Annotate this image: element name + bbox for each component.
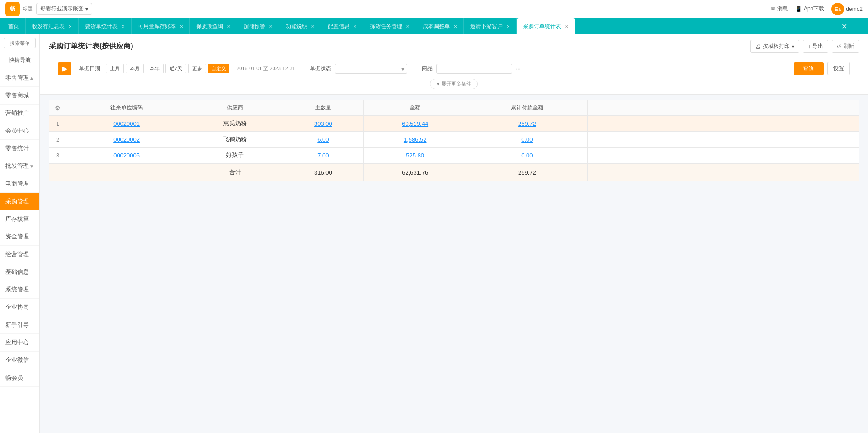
row-qty[interactable]: 6.00 [283, 132, 363, 148]
tab-expiry-query[interactable]: 保质期查询 ✕ [190, 18, 237, 34]
date-btn-this-year[interactable]: 本年 [146, 64, 164, 73]
footer-amount: 62,631.76 [363, 163, 467, 181]
settings-btn[interactable]: 设置 [827, 62, 850, 75]
sidebar-item-ecommerce[interactable]: 电商管理 [0, 175, 39, 193]
tab-label: 超储预警 [244, 23, 265, 30]
table-row[interactable]: 3 00020005 好孩子 7.00 525.80 0.00 [49, 148, 859, 164]
sidebar-item-retail-mgmt[interactable]: 零售管理 ▲ [0, 69, 39, 87]
sidebar-item-label: 企业协同 [5, 303, 29, 311]
sidebar-item-retail-stat[interactable]: 零售统计 [0, 140, 39, 157]
tab-config-info[interactable]: 配置信息 ✕ [321, 18, 363, 34]
search-input[interactable] [4, 38, 36, 48]
sidebar-item-finance-mgmt[interactable]: 资金管理 [0, 228, 39, 246]
close-icon[interactable]: ✕ [311, 24, 315, 29]
tab-purchase-order-stat[interactable]: 采购订单统计表 ✕ [517, 18, 575, 34]
expand-more-btn[interactable]: ▾ 展开更多条件 [430, 79, 478, 89]
row-empty [588, 132, 859, 148]
sidebar-item-purchase-mgmt[interactable]: 采购管理 [0, 193, 39, 210]
fullscreen-btn[interactable]: ⛶ [854, 21, 866, 31]
row-code[interactable]: 00020002 [66, 132, 187, 148]
date-btn-7days[interactable]: 近7天 [165, 64, 186, 73]
date-custom-badge[interactable]: 自定义 [208, 64, 229, 73]
row-paid[interactable]: 0.00 [467, 148, 587, 164]
tab-cost-adjust[interactable]: 成本调整单 ✕ [416, 18, 464, 34]
goods-input[interactable] [436, 64, 512, 74]
sidebar-item-label: 企业微信 [5, 356, 29, 364]
tab-available-stock[interactable]: 可用量库存账本 ✕ [132, 18, 190, 34]
app-download-btn[interactable]: 📱 App下载 [795, 5, 824, 13]
tab-home[interactable]: 首页 [2, 18, 26, 34]
sidebar-item-retail-mall[interactable]: 零售商城 [0, 87, 39, 105]
sidebar-item-enterprise-collab[interactable]: 企业协同 [0, 299, 39, 316]
row-qty[interactable]: 7.00 [283, 148, 363, 164]
sidebar-item-vip[interactable]: 畅会员 [0, 369, 39, 387]
footer-row: 合计 316.00 62,631.76 259.72 [49, 163, 859, 181]
close-icon[interactable]: ✕ [506, 24, 510, 29]
sidebar-item-quick-nav[interactable]: 快捷导航 [0, 54, 39, 67]
more-options-icon[interactable]: ··· [516, 65, 521, 72]
page-title-row: 采购订单统计表(按供应商) 🖨 按模板打印 ▾ ↓ 导出 ↺ 刷新 [49, 40, 859, 53]
workspace-selector[interactable]: 母婴行业演示账套 ▾ [36, 3, 92, 15]
sidebar-item-wholesale-mgmt[interactable]: 批发管理 ▼ [0, 157, 39, 175]
row-code[interactable]: 00020001 [66, 116, 187, 132]
sidebar-item-member-center[interactable]: 会员中心 [0, 122, 39, 140]
tab-label: 功能说明 [286, 23, 307, 30]
row-amount[interactable]: 525.80 [363, 148, 467, 164]
sidebar-item-label: 零售商城 [5, 91, 29, 100]
tab-requisition-stat[interactable]: 要货单统计表 ✕ [79, 18, 132, 34]
close-icon[interactable]: ✕ [227, 24, 231, 29]
row-amount[interactable]: 60,519.44 [363, 116, 467, 132]
close-icon[interactable]: ✕ [453, 24, 457, 29]
close-icon[interactable]: ✕ [68, 24, 72, 29]
close-icon[interactable]: ✕ [269, 24, 273, 29]
message-btn[interactable]: ✉ 消息 [771, 5, 788, 13]
sidebar-item-system-mgmt[interactable]: 系统管理 [0, 281, 39, 299]
tab-receive-summary[interactable]: 收发存汇总表 ✕ [26, 18, 79, 34]
row-amount[interactable]: 1,586.52 [363, 132, 467, 148]
row-supplier: 飞鹤奶粉 [187, 132, 283, 148]
refresh-btn[interactable]: ↺ 刷新 [832, 40, 859, 53]
row-qty[interactable]: 303.00 [283, 116, 363, 132]
sidebar-item-stock-accounting[interactable]: 库存核算 [0, 210, 39, 228]
user-profile[interactable]: Ea demo2 [831, 3, 863, 15]
close-icon[interactable]: ✕ [565, 24, 568, 29]
sidebar-item-guide[interactable]: 新手引导 [0, 316, 39, 334]
sidebar-item-basic-info[interactable]: 基础信息 [0, 263, 39, 281]
tab-invite-downstream[interactable]: 邀请下游客户 ✕ [464, 18, 517, 34]
close-icon[interactable]: ✕ [179, 24, 183, 29]
date-btn-last-month[interactable]: 上月 [106, 64, 124, 73]
query-btn[interactable]: 查询 [794, 62, 824, 75]
template-print-btn[interactable]: 🖨 按模板打印 ▾ [750, 40, 799, 53]
chevron-right-icon: ▶ [62, 64, 67, 73]
row-code[interactable]: 00020005 [66, 148, 187, 164]
sidebar-item-app-center[interactable]: 应用中心 [0, 334, 39, 352]
status-select[interactable] [335, 64, 407, 74]
close-icon[interactable]: ✕ [121, 24, 125, 29]
tab-label: 配置信息 [328, 23, 349, 30]
sidebar-item-enterprise-wechat[interactable]: 企业微信 [0, 352, 39, 369]
footer-empty3 [588, 163, 859, 181]
column-settings-icon[interactable]: ⚙ [55, 105, 61, 112]
row-paid[interactable]: 259.72 [467, 116, 587, 132]
tab-picking-task[interactable]: 拣货任务管理 ✕ [363, 18, 416, 34]
export-btn[interactable]: ↓ 导出 [803, 40, 828, 53]
date-btn-more[interactable]: 更多 [188, 64, 206, 73]
tab-function-desc[interactable]: 功能说明 ✕ [279, 18, 321, 34]
date-btn-this-month[interactable]: 本月 [126, 64, 144, 73]
user-name: demo2 [846, 6, 863, 12]
sidebar-item-label: 库存核算 [5, 215, 29, 223]
tab-overstock-warning[interactable]: 超储预警 ✕ [237, 18, 279, 34]
tab-label: 拣货任务管理 [370, 23, 402, 30]
date-quick-btns: 上月 本月 本年 近7天 更多 自定义 [106, 64, 229, 73]
sidebar-item-operations-mgmt[interactable]: 经营管理 [0, 246, 39, 263]
close-icon[interactable]: ✕ [406, 24, 410, 29]
close-icon[interactable]: ✕ [353, 24, 357, 29]
footer-qty: 316.00 [283, 163, 363, 181]
table-header: ⚙ 往来单位编码 供应商 主数量 金额 累计付款金额 [49, 100, 859, 116]
collapse-filter-btn[interactable]: ▶ [58, 62, 71, 75]
close-all-tabs-btn[interactable]: ✕ [839, 21, 850, 32]
row-paid[interactable]: 0.00 [467, 132, 587, 148]
table-row[interactable]: 1 00020001 惠氏奶粉 303.00 60,519.44 259.72 [49, 116, 859, 132]
sidebar-item-marketing[interactable]: 营销推广 [0, 105, 39, 122]
table-row[interactable]: 2 00020002 飞鹤奶粉 6.00 1,586.52 0.00 [49, 132, 859, 148]
